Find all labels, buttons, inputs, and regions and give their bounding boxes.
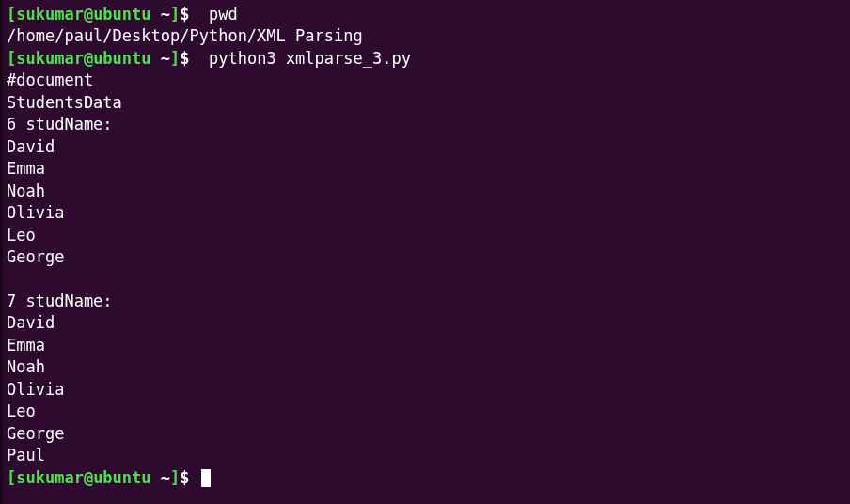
output-name: Emma	[7, 158, 846, 180]
command-python: python3 xmlparse_3.py	[199, 49, 411, 68]
prompt-dollar: $	[180, 468, 198, 487]
prompt-bracket-open: [	[7, 468, 16, 487]
blank-line	[7, 268, 846, 290]
prompt-line-3: [sukumar@ubuntu ~]$	[7, 467, 846, 489]
output-name: Leo	[7, 225, 846, 246]
prompt-path: ~	[161, 49, 170, 68]
prompt-line-2: [sukumar@ubuntu ~]$ python3 xmlparse_3.p…	[7, 48, 846, 70]
output-block1-header: 6 studName:	[7, 114, 846, 135]
output-name: Olivia	[7, 379, 846, 401]
output-name: Paul	[7, 445, 846, 466]
output-name: Emma	[7, 335, 846, 356]
prompt-user-host: sukumar@ubuntu	[16, 5, 161, 24]
output-name: David	[7, 312, 846, 334]
prompt-bracket-close: ]	[170, 468, 180, 487]
terminal[interactable]: [sukumar@ubuntu ~]$ pwd /home/paul/Deskt…	[3, 0, 850, 493]
output-name: Olivia	[7, 202, 846, 224]
output-name: Leo	[7, 401, 846, 422]
prompt-user-host: sukumar@ubuntu	[16, 468, 161, 487]
output-name: Noah	[7, 356, 846, 378]
output-name: George	[7, 246, 846, 268]
output-pwd: /home/paul/Desktop/Python/XML Parsing	[7, 25, 846, 47]
output-block2-header: 7 studName:	[7, 291, 846, 312]
prompt-dollar: $	[180, 5, 198, 24]
prompt-bracket-open: [	[7, 49, 16, 68]
prompt-path: ~	[161, 5, 170, 24]
prompt-path: ~	[161, 468, 170, 487]
prompt-bracket-close: ]	[170, 5, 180, 24]
output-name: David	[7, 136, 846, 158]
output-name: Noah	[7, 181, 846, 202]
prompt-bracket-open: [	[7, 5, 16, 24]
prompt-dollar: $	[180, 49, 198, 68]
command-pwd: pwd	[199, 5, 238, 24]
prompt-user-host: sukumar@ubuntu	[16, 49, 161, 68]
output-name: George	[7, 423, 846, 445]
output-studentsdata: StudentsData	[7, 92, 846, 114]
output-document: #document	[7, 70, 846, 91]
prompt-bracket-close: ]	[170, 49, 180, 68]
cursor-icon[interactable]	[201, 469, 211, 487]
prompt-line-1: [sukumar@ubuntu ~]$ pwd	[7, 4, 846, 25]
